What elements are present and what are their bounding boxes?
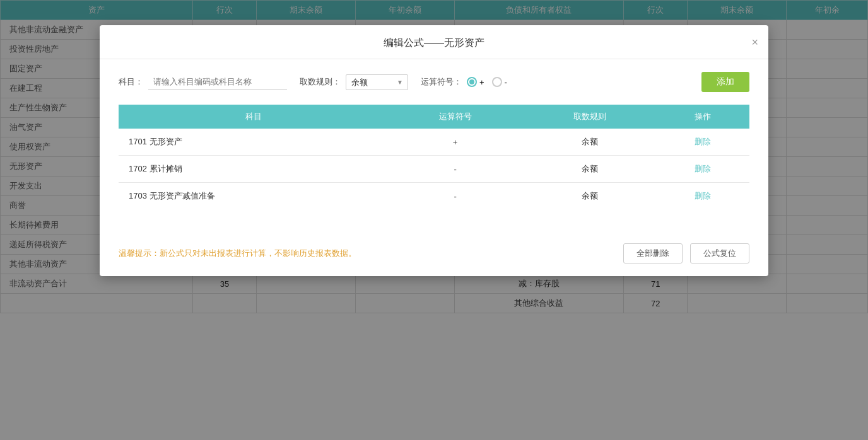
modal-title: 编辑公式——无形资产 bbox=[384, 37, 484, 48]
radio-plus-indicator bbox=[467, 77, 477, 87]
rule-select[interactable]: 余额 借方发生额 贷方发生额 bbox=[346, 74, 408, 90]
modal-overlay: 编辑公式——无形资产 × 科目： 取数规则： 余额 借方发生额 bbox=[0, 0, 868, 440]
subject-label: 科目： bbox=[119, 76, 143, 88]
delete-link[interactable]: 删除 bbox=[695, 164, 711, 173]
formula-operator: - bbox=[388, 183, 522, 210]
delete-all-button[interactable]: 全部删除 bbox=[623, 243, 683, 263]
modal-footer: 温馨提示：新公式只对未出报表进行计算，不影响历史报表数据。 全部删除 公式复位 bbox=[100, 234, 768, 276]
radio-minus-indicator bbox=[492, 77, 502, 87]
rule-group: 取数规则： 余额 借方发生额 贷方发生额 ▼ bbox=[300, 74, 408, 90]
edit-formula-modal: 编辑公式——无形资产 × 科目： 取数规则： 余额 借方发生额 bbox=[100, 25, 768, 276]
operator-label: 运算符号： bbox=[421, 76, 462, 88]
formula-subject: 1703 无形资产减值准备 bbox=[119, 183, 388, 210]
formula-action: 删除 bbox=[657, 129, 749, 156]
subject-input[interactable] bbox=[148, 74, 287, 90]
add-button[interactable]: 添加 bbox=[701, 72, 749, 92]
th-subject: 科目 bbox=[119, 105, 388, 129]
formula-table: 科目 运算符号 取数规则 操作 1701 无形资产 + 余额 删除 1702 累… bbox=[119, 105, 749, 209]
formula-subject: 1701 无形资产 bbox=[119, 129, 388, 156]
th-action: 操作 bbox=[657, 105, 749, 129]
formula-subject: 1702 累计摊销 bbox=[119, 156, 388, 183]
operator-group: 运算符号： + - bbox=[421, 76, 507, 88]
formula-rule: 余额 bbox=[522, 183, 657, 210]
footer-buttons: 全部删除 公式复位 bbox=[623, 243, 749, 263]
formula-row: 1702 累计摊销 - 余额 删除 bbox=[119, 156, 749, 183]
modal-body: 科目： 取数规则： 余额 借方发生额 贷方发生额 ▼ bbox=[100, 59, 768, 234]
formula-operator: + bbox=[388, 129, 522, 156]
delete-link[interactable]: 删除 bbox=[695, 137, 711, 146]
radio-plus-label: + bbox=[479, 78, 484, 87]
hint-text: 温馨提示：新公式只对未出报表进行计算，不影响历史报表数据。 bbox=[119, 248, 356, 259]
form-row: 科目： 取数规则： 余额 借方发生额 贷方发生额 ▼ bbox=[119, 72, 749, 92]
radio-plus[interactable]: + bbox=[467, 77, 484, 87]
subject-group: 科目： bbox=[119, 74, 287, 90]
formula-row: 1703 无形资产减值准备 - 余额 删除 bbox=[119, 183, 749, 210]
reset-formula-button[interactable]: 公式复位 bbox=[690, 243, 749, 263]
modal-close-button[interactable]: × bbox=[751, 37, 758, 48]
table-header-row: 科目 运算符号 取数规则 操作 bbox=[119, 105, 749, 129]
rule-select-wrapper: 余额 借方发生额 贷方发生额 ▼ bbox=[346, 74, 408, 90]
rule-label: 取数规则： bbox=[300, 76, 341, 88]
formula-operator: - bbox=[388, 156, 522, 183]
radio-minus[interactable]: - bbox=[492, 77, 507, 87]
modal-header: 编辑公式——无形资产 × bbox=[100, 25, 768, 59]
radio-minus-label: - bbox=[505, 78, 507, 87]
formula-action: 删除 bbox=[657, 183, 749, 210]
formula-rule: 余额 bbox=[522, 156, 657, 183]
formula-rule: 余额 bbox=[522, 129, 657, 156]
delete-link[interactable]: 删除 bbox=[695, 191, 711, 200]
th-operator: 运算符号 bbox=[388, 105, 522, 129]
operator-radio-group: + - bbox=[467, 77, 507, 87]
formula-row: 1701 无形资产 + 余额 删除 bbox=[119, 129, 749, 156]
formula-action: 删除 bbox=[657, 156, 749, 183]
th-rule: 取数规则 bbox=[522, 105, 657, 129]
